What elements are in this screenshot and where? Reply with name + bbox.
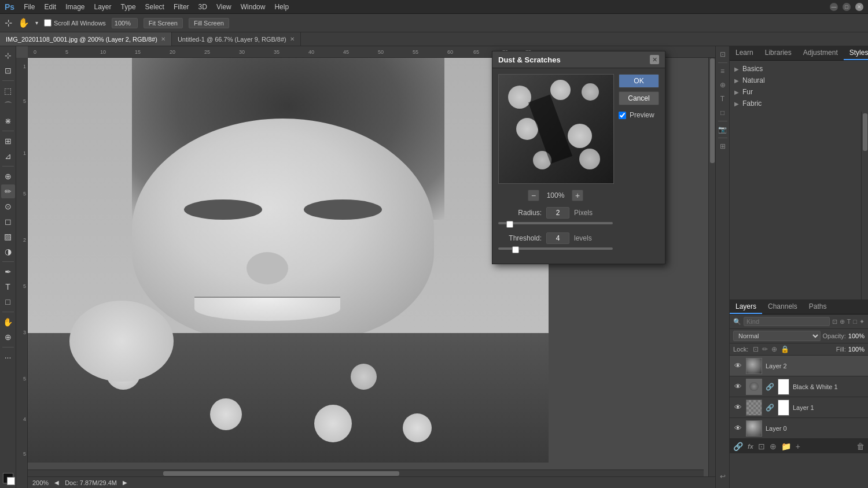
- tab-libraries[interactable]: Libraries: [759, 46, 797, 60]
- crop-tool[interactable]: ⊞: [1, 134, 15, 148]
- gradient-tool[interactable]: ▨: [1, 230, 15, 243]
- eraser-tool[interactable]: ◻: [1, 215, 15, 228]
- magic-wand-tool[interactable]: ⋇: [1, 114, 15, 128]
- layers-search-input[interactable]: [744, 317, 830, 326]
- text-tool[interactable]: T: [1, 280, 15, 294]
- zoom-input[interactable]: [112, 18, 138, 28]
- menu-edit[interactable]: Edit: [44, 3, 56, 11]
- ok-button[interactable]: OK: [619, 74, 659, 88]
- right-icon-panel4[interactable]: T: [717, 93, 729, 105]
- style-natural[interactable]: ▶ Natural: [730, 75, 868, 86]
- threshold-input[interactable]: [546, 232, 569, 244]
- layer-item-layer1[interactable]: 👁 🔗 Layer 1: [730, 397, 868, 418]
- tab-img2[interactable]: Untitled-1 @ 66.7% (Layer 9, RGB/8#) ✕: [172, 32, 301, 46]
- scrollbar-v-thumb[interactable]: [710, 58, 715, 163]
- menu-filter[interactable]: Filter: [174, 3, 189, 11]
- lock-position-icon[interactable]: ✏: [762, 345, 768, 353]
- adjustment-layer-icon[interactable]: ⊕: [770, 442, 777, 451]
- tab-img1-close[interactable]: ✕: [161, 36, 165, 42]
- hand-tool-icon[interactable]: ✋: [18, 17, 30, 28]
- right-icon-grid[interactable]: ⊞: [717, 141, 729, 152]
- menu-3d[interactable]: 3D: [198, 3, 207, 11]
- dodge-tool[interactable]: ◑: [1, 245, 15, 258]
- status-arrow-left[interactable]: ◀: [54, 479, 59, 486]
- right-icon-panel1[interactable]: ⊡: [717, 49, 729, 60]
- scrollbar-vertical[interactable]: [708, 58, 715, 476]
- dialog-close-button[interactable]: ✕: [650, 55, 659, 64]
- foreground-color[interactable]: [3, 473, 13, 483]
- right-icon-history[interactable]: ↩: [717, 471, 729, 482]
- layer2-visibility[interactable]: 👁: [733, 361, 742, 371]
- filter-text-icon[interactable]: T: [847, 318, 851, 326]
- preview-checkbox[interactable]: [619, 112, 626, 119]
- lock-pixels-icon[interactable]: ⊡: [753, 345, 759, 353]
- move-tool[interactable]: ⊹: [1, 49, 15, 62]
- new-group-icon[interactable]: 📁: [781, 442, 791, 451]
- menu-layer[interactable]: Layer: [94, 3, 112, 11]
- radius-input[interactable]: [546, 207, 569, 219]
- blend-mode-select[interactable]: Normal: [733, 331, 821, 341]
- layer1-visibility[interactable]: 👁: [733, 403, 742, 412]
- tab-learn[interactable]: Learn: [730, 46, 759, 60]
- menu-image[interactable]: Image: [65, 3, 84, 11]
- zoom-tool[interactable]: ⊕: [1, 330, 15, 344]
- photo-canvas[interactable]: [28, 58, 549, 463]
- shape-tool[interactable]: □: [1, 295, 15, 309]
- fit-screen-button[interactable]: Fit Screen: [144, 18, 183, 28]
- menu-file[interactable]: File: [24, 3, 35, 11]
- filter-adjustment-icon[interactable]: ⊕: [840, 318, 845, 326]
- layer0-visibility[interactable]: 👁: [733, 424, 742, 433]
- style-fabric[interactable]: ▶ Fabric: [730, 98, 868, 109]
- right-icon-panel3[interactable]: ⊕: [717, 79, 729, 91]
- add-mask-icon[interactable]: ⊡: [758, 442, 765, 451]
- background-color[interactable]: [7, 477, 15, 485]
- close-button[interactable]: ✕: [855, 3, 863, 11]
- filter-smart-icon[interactable]: ✦: [859, 318, 865, 326]
- radius-slider-thumb[interactable]: [506, 221, 513, 228]
- tab-paths[interactable]: Paths: [803, 300, 833, 314]
- threshold-slider-track[interactable]: [498, 247, 613, 250]
- cancel-button[interactable]: Cancel: [619, 91, 659, 105]
- layer-item-bw1[interactable]: 👁 🔗 Black & White 1: [730, 376, 868, 397]
- lasso-tool[interactable]: ⌒: [1, 99, 15, 113]
- dialog-preview[interactable]: [498, 74, 614, 184]
- tab-channels[interactable]: Channels: [762, 300, 803, 314]
- panel-scrollbar-thumb[interactable]: [863, 113, 867, 151]
- delete-layer-icon[interactable]: 🗑: [856, 442, 865, 451]
- pen-tool[interactable]: ✒: [1, 265, 15, 279]
- minimize-button[interactable]: —: [830, 3, 838, 11]
- brush-tool[interactable]: ✏: [1, 184, 15, 198]
- hand-tool[interactable]: ✋: [1, 315, 15, 329]
- menu-window[interactable]: Window: [241, 3, 266, 11]
- zoom-out-button[interactable]: −: [528, 190, 539, 201]
- right-icon-panel5[interactable]: □: [717, 107, 729, 119]
- scroll-all-checkbox[interactable]: [44, 19, 52, 27]
- panel-scrollbar[interactable]: [861, 112, 868, 300]
- fx-icon[interactable]: fx: [748, 443, 753, 450]
- clone-stamp-tool[interactable]: ⊙: [1, 199, 15, 213]
- right-icon-panel2[interactable]: ≡: [717, 65, 729, 77]
- style-fur[interactable]: ▶ Fur: [730, 86, 868, 98]
- status-arrow-right[interactable]: ▶: [123, 479, 127, 486]
- tab-layers[interactable]: Layers: [730, 300, 762, 314]
- healing-tool[interactable]: ⊕: [1, 169, 15, 183]
- menu-help[interactable]: Help: [274, 3, 289, 11]
- menu-select[interactable]: Select: [145, 3, 164, 11]
- selection-tool[interactable]: ⬚: [1, 84, 15, 98]
- tab-img1[interactable]: IMG_20201108_0001.jpg @ 200% (Layer 2, R…: [0, 32, 172, 46]
- tab-styles[interactable]: Styles: [844, 46, 868, 60]
- eyedropper-tool[interactable]: ⊿: [1, 149, 15, 163]
- fill-screen-button[interactable]: Fill Screen: [189, 18, 229, 28]
- maximize-button[interactable]: □: [843, 3, 851, 11]
- artboard-tool[interactable]: ⊡: [1, 64, 15, 77]
- zoom-in-button[interactable]: +: [572, 190, 583, 201]
- style-basics[interactable]: ▶ Basics: [730, 63, 868, 75]
- hand-options-arrow[interactable]: ▾: [35, 20, 38, 26]
- bw1-visibility[interactable]: 👁: [733, 382, 742, 391]
- tab-adjustment[interactable]: Adjustment: [797, 46, 844, 60]
- more-tools[interactable]: ···: [1, 350, 15, 364]
- scrollbar-h-thumb[interactable]: [163, 471, 400, 476]
- scrollbar-horizontal[interactable]: [28, 469, 704, 476]
- radius-slider-track[interactable]: [498, 222, 613, 224]
- preview-label[interactable]: Preview: [630, 111, 654, 119]
